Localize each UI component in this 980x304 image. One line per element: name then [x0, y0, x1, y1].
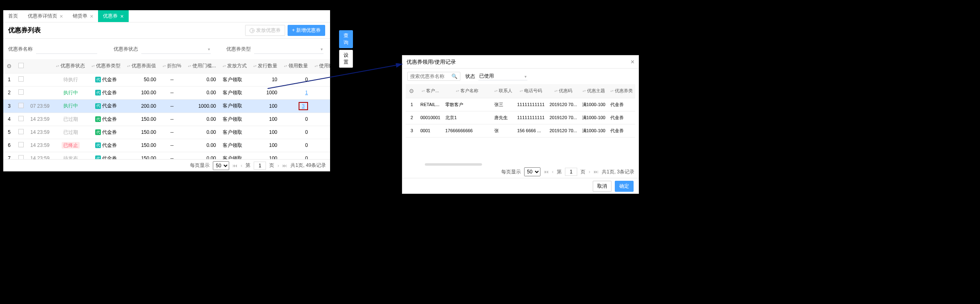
prev-page-button[interactable]: ‹ — [241, 163, 242, 169]
cell-mode: 客户领取 — [219, 126, 250, 139]
search-box[interactable]: 🔍 — [407, 72, 460, 81]
table-row[interactable]: 3 0001 17666666666 张 156 6666 ... 201912… — [406, 124, 635, 137]
col-phone[interactable]: ▴▾电话号码 — [515, 84, 547, 98]
first-page-button[interactable]: ⏮ — [544, 169, 549, 175]
issue-coupon-button[interactable]: 发放优惠券 — [245, 25, 285, 36]
close-icon[interactable]: × — [60, 13, 63, 20]
sort-icon: ▴▾ — [163, 65, 166, 67]
horizontal-scrollbar[interactable] — [425, 163, 482, 166]
sort-icon: ▴▾ — [223, 65, 226, 67]
col-threshold[interactable]: ▴▾使用门槛... — [185, 59, 219, 73]
col-issue-mode[interactable]: ▴▾发放方式 — [219, 59, 250, 73]
add-coupon-button[interactable]: + 新增优惠券 — [288, 25, 325, 36]
search-input[interactable] — [410, 73, 451, 79]
voucher-icon: 代 — [95, 90, 101, 95]
checkbox[interactable] — [18, 89, 24, 95]
tab-sales[interactable]: 销货单× — [68, 10, 98, 22]
col-type[interactable]: ▴▾优惠券类型 — [88, 59, 124, 73]
col-contact[interactable]: ▴▾联系人 — [492, 84, 515, 98]
col-status[interactable]: ▴▾优惠券状态 — [53, 59, 88, 73]
page-input[interactable] — [565, 168, 577, 176]
coupon-name-input[interactable] — [36, 44, 97, 54]
row-checkbox-cell[interactable] — [15, 99, 27, 113]
cell-issue: 1000 — [250, 86, 281, 99]
filter-label: 优惠券状态 — [114, 46, 138, 53]
row-checkbox-cell[interactable] — [15, 73, 27, 86]
coupon-status-select[interactable] — [141, 44, 211, 54]
table-row[interactable]: 2 执行中 代代金券 100.00 -- 0.00 客户领取 1000 1 0 — [3, 86, 330, 99]
col-subject[interactable]: ▴▾优惠主题 — [580, 84, 608, 98]
next-page-button[interactable]: › — [589, 169, 590, 175]
tab-coupon[interactable]: 优惠券× — [98, 10, 128, 22]
col-discount[interactable]: ▴▾折扣% — [159, 59, 185, 73]
main-table-wrap[interactable]: ⚙ ▴▾优惠券状态 ▴▾优惠券类型 ▴▾优惠券面值 ▴▾折扣% ▴▾使用门槛..… — [3, 59, 330, 159]
close-icon[interactable]: × — [120, 13, 123, 20]
cell-phone: 156 6666 ... — [515, 124, 547, 137]
sort-icon: ▴▾ — [284, 65, 287, 67]
checkbox[interactable] — [18, 103, 24, 108]
table-row[interactable]: 2 00010001 北京1 唐先生 11111111111 2019120 7… — [406, 111, 635, 124]
table-row[interactable]: 1 RETAIL... 零散客户 张三 11111111111 2019120 … — [406, 98, 635, 111]
tab-detail[interactable]: 优惠券详情页× — [23, 10, 68, 22]
col-settings[interactable]: ⚙ — [3, 59, 15, 73]
per-page-select[interactable]: 50 — [213, 161, 229, 170]
per-page-select[interactable]: 50 — [524, 167, 540, 176]
search-button[interactable]: 查询 — [339, 30, 353, 48]
first-page-button[interactable]: ⏮ — [232, 163, 237, 169]
col-code[interactable]: ▴▾优惠码 — [547, 84, 579, 98]
last-page-button[interactable]: ⏭ — [594, 169, 598, 175]
table-row[interactable]: 4 14 23:59 已过期 代代金券 150.00 -- 0.00 客户领取 … — [3, 113, 330, 126]
cell-code: 2019120 70... — [547, 111, 579, 124]
col-settings[interactable]: ⚙ — [406, 84, 418, 98]
claimed-link-highlighted[interactable]: 3 — [299, 102, 308, 110]
checkbox[interactable] — [18, 142, 24, 147]
coupon-type-select[interactable] — [254, 44, 324, 54]
col-cust-no[interactable]: ▴▾客户... — [418, 84, 443, 98]
checkbox-all[interactable] — [18, 63, 24, 68]
table-row[interactable]: 5 14 23:59 已过期 代代金券 150.00 -- 0.00 客户领取 … — [3, 126, 330, 139]
col-issue-qty[interactable]: ▴▾发行数量 — [250, 59, 281, 73]
next-page-button[interactable]: › — [277, 163, 279, 169]
table-row[interactable]: 6 14 23:59 已终止 代代金券 150.00 -- 0.00 客户领取 … — [3, 139, 330, 152]
checkbox[interactable] — [18, 155, 24, 159]
last-page-button[interactable]: ⏭ — [282, 163, 287, 169]
row-checkbox-cell[interactable] — [15, 152, 27, 159]
cell-discount: -- — [159, 86, 185, 99]
table-row[interactable]: 7 14 23:59 待发布 代代金券 150.00 -- 0.00 客户领取 … — [3, 152, 330, 159]
status-label: 状态 — [465, 73, 475, 80]
row-checkbox-cell[interactable] — [15, 139, 27, 152]
status-select[interactable] — [478, 73, 527, 80]
settings-button[interactable]: 设置 — [339, 50, 353, 68]
col-cust-name[interactable]: ▴▾客户名称 — [443, 84, 492, 98]
cell-face: 50.00 — [124, 73, 159, 86]
close-icon[interactable]: × — [631, 58, 634, 66]
usage-table: ⚙ ▴▾客户... ▴▾客户名称 ▴▾联系人 ▴▾电话号码 ▴▾优惠码 ▴▾优惠… — [406, 84, 635, 138]
checkbox[interactable] — [18, 116, 24, 121]
cancel-button[interactable]: 取消 — [593, 181, 612, 192]
cell-mode: 客户领取 — [219, 152, 250, 159]
checkbox[interactable] — [18, 76, 24, 82]
table-row[interactable]: 1 待执行 代代金券 50.00 -- 0.00 客户领取 10 0 0 — [3, 73, 330, 86]
row-checkbox-cell[interactable] — [15, 126, 27, 139]
col-checkbox[interactable] — [15, 59, 27, 73]
confirm-button[interactable]: 确定 — [615, 181, 634, 192]
col-used-qty[interactable]: ▴▾使用数量 — [311, 59, 330, 73]
row-checkbox-cell[interactable] — [15, 113, 27, 126]
row-checkbox-cell[interactable] — [15, 86, 27, 99]
page-input[interactable] — [254, 162, 266, 170]
cell-face: 150.00 — [124, 113, 159, 126]
col-type[interactable]: ▴▾优惠券类 — [608, 84, 635, 98]
checkbox[interactable] — [18, 129, 24, 134]
modal-table-wrap[interactable]: ⚙ ▴▾客户... ▴▾客户名称 ▴▾联系人 ▴▾电话号码 ▴▾优惠码 ▴▾优惠… — [402, 84, 638, 166]
cell-used: 0 — [311, 152, 330, 159]
table-row[interactable]: 3 07 23:59 执行中 代代金券 200.00 -- 1000.00 客户… — [3, 99, 330, 113]
col-face[interactable]: ▴▾优惠券面值 — [124, 59, 159, 73]
tab-home[interactable]: 首页 — [3, 10, 23, 22]
total-text: 共1页, 3条记录 — [602, 169, 634, 175]
chevron-down-icon: ▾ — [525, 74, 527, 79]
prev-page-button[interactable]: ‹ — [552, 169, 554, 175]
col-claimed-qty[interactable]: ▴▾领用数量 — [281, 59, 311, 73]
cell-status: 已终止 — [53, 139, 88, 152]
claimed-link[interactable]: 1 — [305, 90, 308, 95]
close-icon[interactable]: × — [90, 13, 93, 20]
